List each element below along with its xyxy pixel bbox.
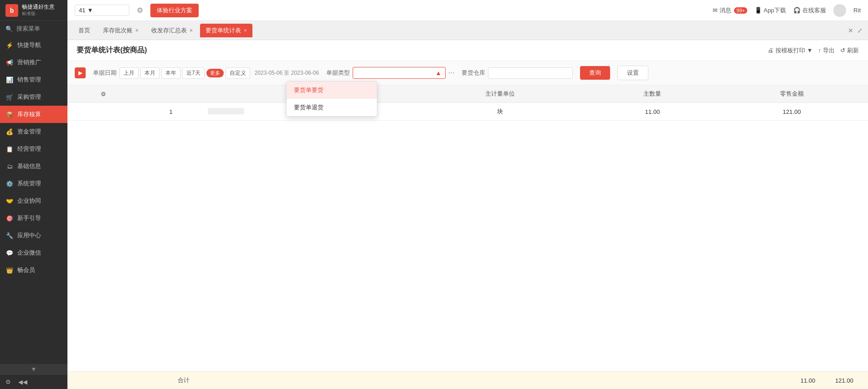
refresh-icon: ↺ bbox=[840, 47, 845, 54]
sidebar-item-app[interactable]: 🔧 应用中心 bbox=[0, 227, 67, 244]
tab-home-label: 首页 bbox=[78, 26, 90, 35]
sidebar-item-label: 应用中心 bbox=[17, 231, 41, 240]
table-row: 1 块 11.00 121.00 bbox=[67, 103, 868, 121]
sidebar-item-purchase[interactable]: 🛒 采购管理 bbox=[0, 88, 67, 106]
sidebar-item-basic[interactable]: 🗂 基础信息 bbox=[0, 158, 67, 175]
logo-icon: b bbox=[5, 4, 18, 17]
filter-expand-btn[interactable]: ▶ bbox=[75, 67, 86, 78]
header-settings-icon[interactable]: ⚙ bbox=[137, 6, 143, 15]
filter-type-dropdown-arrow[interactable]: ▲ bbox=[435, 69, 442, 77]
filter-more-btn[interactable]: ··· bbox=[448, 69, 454, 77]
messages-badge: 99+ bbox=[734, 7, 747, 14]
sidebar-item-marketing[interactable]: 📢 营销推广 bbox=[0, 54, 67, 71]
sidebar-item-label: 库存核算 bbox=[17, 110, 41, 118]
filter-warehouse-input-wrap bbox=[488, 67, 573, 79]
filter-last-month-btn[interactable]: 上月 bbox=[119, 67, 139, 79]
sidebar-item-guide[interactable]: 🎯 新手引导 bbox=[0, 210, 67, 227]
search-icon: 🔍 bbox=[5, 26, 13, 32]
online-service-item[interactable]: 🎧 在线客服 bbox=[793, 6, 826, 15]
table-footer: 合计 11.00 121.00 bbox=[67, 371, 868, 389]
row-amount-cell: 121.00 bbox=[715, 103, 868, 121]
filter-warehouse-label: 要货仓库 bbox=[462, 69, 485, 77]
tab-maximize-icon[interactable]: ⤢ bbox=[857, 27, 863, 34]
tab-order-stats-label: 要货单统计表 bbox=[205, 26, 241, 35]
tab-close-all-icon[interactable]: ✕ bbox=[848, 27, 853, 34]
sidebar-item-label: 畅会员 bbox=[17, 266, 35, 274]
col-amount: 零售金额 bbox=[715, 85, 868, 103]
sidebar-scroll: ⚡ 快捷导航 📢 营销推广 📊 销售管理 🛒 采购管理 📦 库存核算 💰 资金管… bbox=[0, 36, 67, 364]
filter-date-options: 上月 本月 本年 近7天 更多 自定义 bbox=[119, 67, 250, 79]
export-btn[interactable]: ↑ 导出 bbox=[818, 46, 835, 55]
app-download-item[interactable]: 📱 App下载 bbox=[755, 6, 786, 15]
tab-order-stats-close[interactable]: × bbox=[244, 27, 247, 34]
messages-item[interactable]: ✉ 消息 99+ bbox=[713, 6, 747, 15]
tab-order-stats[interactable]: 要货单统计表 × bbox=[200, 24, 252, 37]
tab-recv-summary[interactable]: 收发存汇总表 × bbox=[146, 24, 198, 37]
marketing-icon: 📢 bbox=[5, 58, 14, 67]
type-option-yaohuo-danruhuo[interactable]: 要货单要货 bbox=[287, 82, 377, 99]
footer-amount: 121.00 bbox=[826, 377, 863, 384]
tab-home[interactable]: 首页 bbox=[73, 24, 96, 37]
search-menu-label: 搜索菜单 bbox=[16, 25, 40, 33]
trial-btn[interactable]: 体验行业方案 bbox=[150, 4, 199, 17]
search-menu[interactable]: 🔍 搜索菜单 bbox=[0, 21, 67, 36]
filter-warehouse-input[interactable] bbox=[492, 70, 569, 77]
filter-query-btn[interactable]: 查询 bbox=[580, 66, 610, 80]
page-content: 要货单统计表(按商品) 🖨 按模板打印 ▼ ↑ 导出 ↺ 刷新 ▶ bbox=[67, 40, 868, 389]
sidebar-item-sales[interactable]: 📊 销售管理 bbox=[0, 71, 67, 88]
filter-date-more-btn[interactable]: 更多 bbox=[206, 69, 224, 77]
top-header: 41 ▼ ⚙ 体验行业方案 ✉ 消息 99+ 📱 App下载 🎧 在线客服 Ri… bbox=[67, 0, 868, 21]
page-header-actions: 🖨 按模板打印 ▼ ↑ 导出 ↺ 刷新 bbox=[768, 46, 859, 55]
sidebar-scroll-down[interactable]: ▼ bbox=[0, 364, 67, 374]
sidebar-item-finance[interactable]: 💰 资金管理 bbox=[0, 123, 67, 140]
filter-this-month-btn[interactable]: 本月 bbox=[140, 67, 159, 79]
row-quantity-cell: 11.00 bbox=[589, 103, 715, 121]
sidebar-item-operation[interactable]: 📋 经营管理 bbox=[0, 140, 67, 158]
filter-this-year-btn[interactable]: 本年 bbox=[161, 67, 180, 79]
sidebar-item-member[interactable]: 👑 畅会员 bbox=[0, 261, 67, 279]
filter-type-dropdown[interactable]: ▲ bbox=[353, 67, 446, 79]
filter-date-range: 2023-05-06 至 2023-06-06 bbox=[255, 69, 319, 77]
filter-type-group: 单据类型 ▲ ··· bbox=[326, 67, 454, 79]
app-icon: 🔧 bbox=[5, 231, 14, 240]
sidebar-logo: b 畅捷通好生意 标准版 bbox=[0, 0, 67, 21]
sidebar-item-label: 基础信息 bbox=[17, 162, 41, 170]
quick-nav-icon: ⚡ bbox=[5, 41, 14, 49]
user-avatar[interactable] bbox=[833, 4, 846, 17]
sidebar-item-quick-nav[interactable]: ⚡ 快捷导航 bbox=[0, 36, 67, 54]
filter-type-input[interactable] bbox=[357, 70, 433, 77]
sidebar-item-coop[interactable]: 🤝 企业协同 bbox=[0, 192, 67, 210]
member-icon: 👑 bbox=[5, 266, 14, 274]
type-option-yaohuo-dantuihuo[interactable]: 要货单退货 bbox=[287, 99, 377, 116]
sidebar-item-label: 经营管理 bbox=[17, 145, 41, 153]
sidebar-settings-icon[interactable]: ⚙ bbox=[5, 379, 11, 385]
sidebar-bottom: ⚙ ◀◀ bbox=[0, 374, 67, 389]
col-unit: 主计量单位 bbox=[411, 85, 590, 103]
tab-recv-summary-close[interactable]: × bbox=[190, 27, 193, 34]
col-settings[interactable]: ⚙ bbox=[67, 85, 139, 103]
tab-inventory-batch[interactable]: 库存批次账 × bbox=[98, 24, 144, 37]
sidebar-collapse-icon[interactable]: ◀◀ bbox=[18, 379, 27, 385]
col-quantity: 主数量 bbox=[589, 85, 715, 103]
footer-quantity: 11.00 bbox=[790, 377, 826, 384]
tab-inventory-batch-label: 库存批次账 bbox=[103, 26, 133, 35]
sidebar-item-label: 企业微信 bbox=[17, 249, 41, 257]
sidebar-item-system[interactable]: ⚙️ 系统管理 bbox=[0, 175, 67, 192]
export-label: 导出 bbox=[823, 46, 835, 55]
refresh-btn[interactable]: ↺ 刷新 bbox=[840, 46, 859, 55]
row-settings-cell bbox=[67, 103, 139, 121]
template-print-label: 按模板打印 bbox=[776, 46, 805, 55]
export-icon: ↑ bbox=[818, 47, 822, 54]
sidebar-item-wechat[interactable]: 💬 企业微信 bbox=[0, 244, 67, 261]
sidebar-item-inventory[interactable]: 📦 库存核算 bbox=[0, 106, 67, 123]
template-print-btn[interactable]: 🖨 按模板打印 ▼ bbox=[768, 46, 813, 55]
filter-date-custom-btn[interactable]: 自定义 bbox=[226, 67, 250, 79]
sidebar-item-label: 新手引导 bbox=[17, 214, 41, 222]
tab-inventory-batch-close[interactable]: × bbox=[135, 27, 139, 34]
operation-icon: 📋 bbox=[5, 145, 14, 153]
filter-last-7days-btn[interactable]: 近7天 bbox=[182, 67, 205, 79]
company-selector[interactable]: 41 ▼ bbox=[75, 5, 129, 16]
inventory-icon: 📦 bbox=[5, 110, 14, 118]
purchase-icon: 🛒 bbox=[5, 93, 14, 101]
filter-set-btn[interactable]: 设置 bbox=[617, 66, 648, 80]
